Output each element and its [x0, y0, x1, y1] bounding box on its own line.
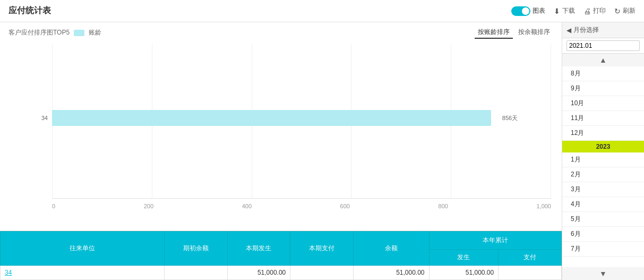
month-item-6[interactable]: 6月 [562, 227, 644, 242]
x-tick-0: 0 [52, 203, 55, 209]
year-input[interactable] [566, 40, 640, 51]
chart-toggle-wrap: 图表 [511, 6, 545, 16]
x-tick-800: 800 [439, 203, 448, 209]
bar-row-34: 34 856天 [32, 110, 551, 126]
bar-fill: 856天 [52, 110, 491, 126]
table-section: 往来单位 期初余额 本期发生 本期支付 余额 本年累计 发生 支付 34 [0, 231, 562, 280]
download-label: 下载 [562, 6, 575, 15]
col-ytd-occur-header: 发生 [429, 250, 499, 266]
cell-ytd-pay [499, 266, 562, 280]
page-header: 应付统计表 图表 ⬇ 下载 🖨 打印 ↻ 刷新 [0, 0, 644, 22]
year-input-row [562, 38, 644, 54]
cell-balance: 51,000.00 [354, 266, 430, 280]
month-item-5[interactable]: 5月 [562, 212, 644, 227]
legend-color-box [74, 30, 84, 36]
x-axis: 0 200 400 600 800 1,000 [52, 203, 551, 209]
print-button[interactable]: 🖨 打印 [583, 6, 606, 15]
col-balance-header: 余额 [354, 232, 430, 266]
x-tick-400: 400 [242, 203, 252, 209]
month-item-12[interactable]: 12月 [562, 126, 644, 141]
chart-toggle[interactable] [511, 6, 530, 16]
toggle-thumb [522, 7, 529, 15]
page-title: 应付统计表 [8, 5, 51, 16]
table-header-row: 往来单位 期初余额 本期发生 本期支付 余额 本年累计 [1, 232, 562, 250]
cell-ytd-occur: 51,000.00 [429, 266, 499, 280]
cell-current: 51,000.00 [227, 266, 290, 280]
bar-chart: 34 856天 0 200 400 600 800 1,000 [0, 39, 562, 231]
cell-unit[interactable]: 34 [1, 266, 165, 280]
col-current-header: 本期发生 [227, 232, 290, 266]
col-ytd-group-header: 本年累计 [429, 232, 561, 250]
year-2023-label: 2023 [562, 141, 644, 152]
x-tick-1000: 1,000 [536, 203, 551, 209]
refresh-button[interactable]: ↻ 刷新 [614, 6, 636, 15]
download-button[interactable]: ⬇ 下载 [554, 6, 575, 15]
collapse-arrow-icon[interactable]: ◀ [566, 27, 571, 34]
chart-table-area: 客户应付排序图TOP5 账龄 按账龄排序 按余额排序 [0, 22, 562, 280]
month-item-7[interactable]: 7月 [562, 242, 644, 257]
toggle-label: 图表 [533, 6, 545, 15]
refresh-label: 刷新 [623, 6, 636, 15]
month-item-1[interactable]: 1月 [562, 152, 644, 167]
refresh-icon: ↻ [614, 7, 621, 15]
chart-inner: 34 856天 0 200 400 600 800 1,000 [32, 44, 551, 209]
scroll-up-button[interactable]: ▲ [562, 54, 644, 66]
header-actions: 图表 ⬇ 下载 🖨 打印 ↻ 刷新 [511, 6, 636, 16]
bar-container: 856天 [52, 110, 551, 126]
month-item-10[interactable]: 10月 [562, 96, 644, 111]
col-ytd-pay-header: 支付 [499, 250, 562, 266]
month-item-9[interactable]: 9月 [562, 81, 644, 96]
print-icon: 🖨 [583, 7, 591, 15]
print-label: 打印 [593, 6, 606, 15]
cell-payment [290, 266, 354, 280]
main-content: 客户应付排序图TOP5 账龄 按账龄排序 按余额排序 [0, 22, 644, 280]
month-item-8[interactable]: 8月 [562, 66, 644, 81]
x-axis-line [52, 198, 551, 199]
month-item-11[interactable]: 11月 [562, 111, 644, 126]
col-unit-header: 往来单位 [1, 232, 165, 266]
bar-row-label: 34 [32, 115, 48, 121]
x-tick-600: 600 [340, 203, 350, 209]
bar-end-label: 856天 [502, 114, 518, 122]
right-panel: ◀ 月份选择 ▲ 8月 9月 10月 11月 12月 2023 1月 2月 3月… [562, 22, 644, 280]
right-panel-header: ◀ 月份选择 [562, 22, 644, 38]
chart-legend: 客户应付排序图TOP5 账龄 [8, 28, 101, 37]
month-selector: 8月 9月 10月 11月 12月 2023 1月 2月 3月 4月 5月 6月… [562, 66, 644, 267]
table-row: 34 51,000.00 51,000.00 51,000.00 [1, 266, 562, 280]
data-table: 往来单位 期初余额 本期发生 本期支付 余额 本年累计 发生 支付 34 [0, 231, 562, 280]
month-item-3[interactable]: 3月 [562, 182, 644, 197]
month-item-4[interactable]: 4月 [562, 197, 644, 212]
col-payment-header: 本期支付 [290, 232, 354, 266]
x-tick-200: 200 [144, 203, 153, 209]
sort-by-balance-button[interactable]: 按账龄排序 [475, 27, 513, 39]
chart-controls: 客户应付排序图TOP5 账龄 按账龄排序 按余额排序 [0, 22, 562, 39]
month-item-2[interactable]: 2月 [562, 167, 644, 182]
scroll-down-button[interactable]: ▼ [562, 267, 644, 280]
cell-opening [164, 266, 227, 280]
sort-by-amount-button[interactable]: 按余额排序 [515, 27, 553, 39]
sort-buttons: 按账龄排序 按余额排序 [475, 27, 553, 39]
col-opening-header: 期初余额 [164, 232, 227, 266]
legend-color-label: 账龄 [89, 28, 101, 37]
month-selector-label: 月份选择 [573, 26, 599, 35]
legend-title: 客户应付排序图TOP5 [8, 28, 70, 37]
download-icon: ⬇ [554, 7, 560, 15]
